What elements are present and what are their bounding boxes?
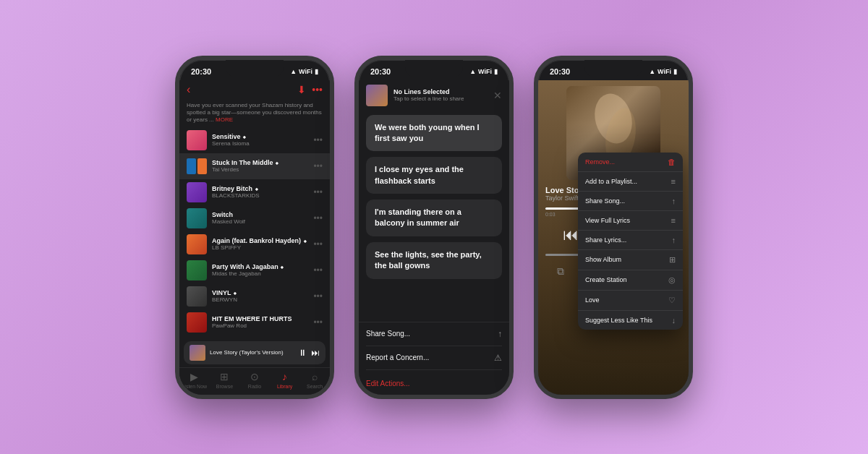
now-playing-thumbnail (190, 345, 205, 361)
lyrics-button[interactable]: ⧉ (557, 265, 564, 278)
share-song-label: Share Song... (366, 330, 410, 338)
ctx-item-show-album[interactable]: Show Album ⊞ (578, 250, 683, 270)
lyrics-album-art (366, 85, 388, 106)
list-item[interactable]: Party With A Jagaban ⬥ Midas the Jagaban… (179, 257, 330, 283)
song-thumbnail (187, 260, 207, 280)
report-concern-action[interactable]: Report a Concern... ⚠ (366, 346, 502, 370)
browse-icon: ⊞ (220, 371, 229, 382)
lyric-text: I'm standing there on a balcony in summe… (375, 207, 493, 229)
wifi-icon: WiFi (658, 68, 671, 75)
tab-radio[interactable]: ⊙ Radio (239, 371, 270, 389)
edit-actions[interactable]: Edit Actions... (359, 370, 509, 395)
list-item[interactable]: Again (feat. Bankrol Hayden) ⬥ LB SPIFFY… (179, 231, 330, 257)
status-icons-3: ▲ WiFi ▮ (649, 68, 677, 75)
ctx-item-remove[interactable]: Remove... 🗑 (578, 153, 683, 172)
battery-icon: ▮ (494, 68, 498, 75)
tab-library[interactable]: ♪ Library (270, 371, 300, 389)
song-options-button[interactable]: ••• (313, 239, 323, 249)
lyric-text: See the lights, see the party, the ball … (375, 249, 493, 272)
radio-icon: ⊙ (250, 371, 259, 382)
song-thumbnail (187, 234, 207, 254)
tab-search[interactable]: ⌕ Search (299, 371, 330, 389)
tab-label-library: Library (277, 384, 292, 389)
tab-listen-now[interactable]: ▶ Listen Now (179, 371, 210, 389)
song-name: Stuck In The Middle ⬥ (212, 159, 308, 166)
status-icons-2: ▲ WiFi ▮ (469, 68, 498, 75)
ctx-item-create-station[interactable]: Create Station ◎ (578, 270, 683, 291)
download-icon[interactable]: ⬇ (297, 84, 306, 95)
ctx-item-share-lyrics[interactable]: Share Lyrics... ↑ (578, 231, 683, 250)
song-info: Again (feat. Bankrol Hayden) ⬥ LB SPIFFY (212, 237, 308, 251)
song-options-button[interactable]: ••• (313, 161, 323, 171)
queue-icons (187, 156, 207, 176)
list-item[interactable]: HIT EM WHERE IT HURTS PawPaw Rod ••• (179, 309, 330, 335)
more-icon[interactable]: ••• (312, 84, 323, 95)
song-artist: LB SPIFFY (212, 244, 308, 251)
close-button[interactable]: ✕ (493, 90, 502, 101)
next-button[interactable]: ⏭ (311, 348, 320, 358)
lyrics-header: No Lines Selected Tap to select a line t… (359, 80, 509, 111)
playlist-icon: ≡ (671, 177, 676, 186)
lyric-card-2[interactable]: I close my eyes and the flashback starts (366, 157, 502, 194)
queue-icon-blue (187, 158, 196, 174)
wifi-icon: WiFi (478, 68, 492, 75)
song-name: Britney Bitch ⬥ (212, 185, 308, 192)
tab-browse[interactable]: ⊞ Browse (210, 371, 240, 389)
lyric-card-4[interactable]: See the lights, see the party, the ball … (366, 242, 502, 279)
now-playing-title: Love Story (Taylor's Version) (210, 349, 294, 356)
heart-icon: ♡ (668, 296, 676, 305)
song-thumbnail (187, 312, 207, 333)
ctx-item-suggest-less[interactable]: Suggest Less Like This ↓ (578, 311, 683, 330)
header-action-icons: ⬇ ••• (297, 84, 323, 95)
now-playing-bar[interactable]: Love Story (Taylor's Version) ⏸ ⏭ (184, 341, 326, 364)
back-button[interactable]: ‹ (187, 83, 190, 96)
lyrics-song-title: No Lines Selected (393, 88, 488, 95)
song-thumbnail (187, 130, 207, 150)
song-options-button[interactable]: ••• (313, 317, 323, 327)
pause-button[interactable]: ⏸ (298, 348, 307, 358)
tab-label-search: Search (307, 384, 323, 389)
phone3-content: Remove... 🗑 Add to a Playlist... ≡ Share… (538, 80, 689, 395)
tab-bar: ▶ Listen Now ⊞ Browse ⊙ Radio ♪ Library … (179, 367, 330, 395)
song-artist: BERWYN (212, 296, 308, 303)
svg-point-1 (590, 89, 637, 147)
share-song-action[interactable]: Share Song... ↑ (366, 322, 502, 346)
song-name: Again (feat. Bankrol Hayden) ⬥ (212, 237, 308, 244)
ctx-item-share-song[interactable]: Share Song... ↑ (578, 192, 683, 211)
lyric-card-3[interactable]: I'm standing there on a balcony in summe… (366, 200, 502, 236)
list-item[interactable]: Sensitive ⬥ Serena Isioma ••• (179, 127, 330, 153)
phone1-header: ‹ ⬇ ••• (179, 80, 330, 99)
song-options-button[interactable]: ••• (313, 265, 323, 275)
more-link[interactable]: MORE (216, 116, 233, 123)
song-thumbnail (187, 182, 207, 202)
song-name: HIT EM WHERE IT HURTS (212, 315, 308, 322)
phone-3: 20:30 ▲ WiFi ▮ (534, 56, 693, 399)
song-info: Stuck In The Middle ⬥ Tai Verdes (212, 159, 308, 173)
song-thumbnail (187, 286, 207, 307)
list-item[interactable]: Switch Masked Wolf ••• (179, 205, 330, 231)
ctx-item-view-lyrics[interactable]: View Full Lyrics ≡ (578, 211, 683, 231)
song-info: VINYL ⬥ BERWYN (212, 289, 308, 303)
lyric-text: We were both young when I first saw you (375, 122, 493, 145)
list-item[interactable]: Britney Bitch ⬥ BLACKSTARKIDS ••• (179, 179, 330, 205)
song-thumbnail (187, 208, 207, 228)
list-item[interactable]: Stuck In The Middle ⬥ Tai Verdes ••• (179, 153, 330, 179)
song-info: Party With A Jagaban ⬥ Midas the Jagaban (212, 263, 308, 277)
song-artist: Tai Verdes (212, 166, 308, 173)
love-label: Love (585, 296, 600, 304)
ctx-item-add-playlist[interactable]: Add to a Playlist... ≡ (578, 172, 683, 192)
song-options-button[interactable]: ••• (313, 135, 323, 145)
view-lyrics-label: View Full Lyrics (585, 217, 630, 224)
lyric-card-1[interactable]: We were both young when I first saw you (366, 115, 502, 152)
rewind-button[interactable]: ⏮ (563, 226, 579, 244)
list-item[interactable]: Winona Miloe ••• (179, 335, 330, 338)
signal-icon: ▲ (649, 68, 655, 75)
song-options-button[interactable]: ••• (313, 187, 323, 197)
share-song-label: Share Song... (585, 197, 625, 205)
warning-icon: ⚠ (494, 353, 502, 363)
song-info: Sensitive ⬥ Serena Isioma (212, 133, 308, 147)
song-options-button[interactable]: ••• (313, 291, 323, 301)
list-item[interactable]: VINYL ⬥ BERWYN ••• (179, 283, 330, 309)
song-options-button[interactable]: ••• (313, 213, 323, 223)
ctx-item-love[interactable]: Love ♡ (578, 291, 683, 311)
